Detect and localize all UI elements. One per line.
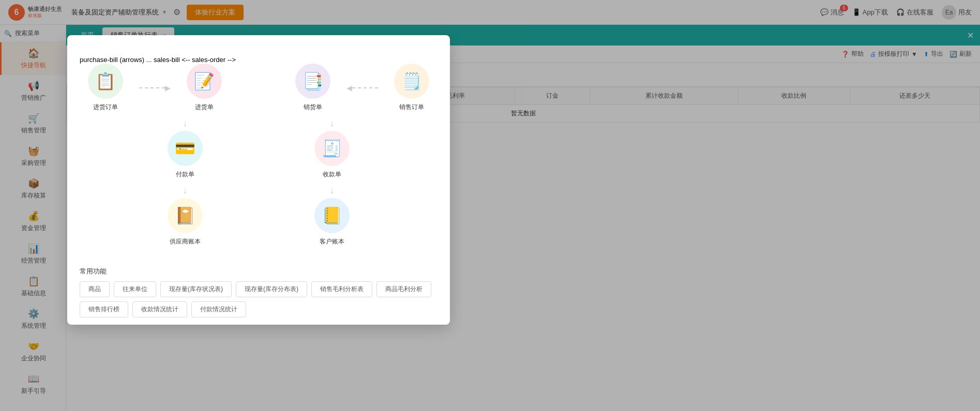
flow-modal: purchase-bill (arrows) ... sales-bill <-… bbox=[67, 35, 450, 325]
func-btn-sales-gross[interactable]: 销售毛利分析表 bbox=[311, 281, 372, 297]
func-btn-sales-ranking[interactable]: 销售排行榜 bbox=[80, 301, 128, 317]
func-btn-inventory-dist[interactable]: 现存量(库存分布表) bbox=[236, 281, 307, 297]
modal-overlay[interactable]: purchase-bill (arrows) ... sales-bill <-… bbox=[0, 0, 980, 411]
supplier-ledger-icon: 📔 bbox=[168, 198, 203, 233]
arrow-so-to-sb: ◀ bbox=[346, 84, 378, 92]
receipt-icon: 🧾 bbox=[314, 131, 350, 166]
flow-node-payment[interactable]: 💳 付款单 bbox=[168, 131, 203, 179]
customer-ledger-icon: 📒 bbox=[314, 198, 350, 233]
arrow-pb-down: ↓ bbox=[168, 118, 203, 129]
func-btn-inventory-status[interactable]: 现存量(库存状况表) bbox=[160, 281, 232, 297]
func-buttons-container2: 销售排行榜 收款情况统计 付款情况统计 bbox=[80, 301, 438, 317]
flow-node-supplier-ledger[interactable]: 📔 供应商账本 bbox=[168, 198, 203, 246]
common-functions: 常用功能 商品 往来单位 现存量(库存状况表) 现存量(库存分布表) 销售毛利分… bbox=[80, 267, 438, 317]
arrow-sb-down: ↓ bbox=[314, 118, 350, 129]
flow-node-customer-ledger[interactable]: 📒 客户账本 bbox=[314, 198, 350, 246]
sales-bill-icon: 📑 bbox=[295, 64, 330, 99]
func-btn-product-gross[interactable]: 商品毛利分析 bbox=[376, 281, 431, 297]
func-btn-receipt-stats[interactable]: 收款情况统计 bbox=[132, 301, 187, 317]
purchase-order-icon: 📋 bbox=[88, 64, 123, 99]
purchase-bill-icon: 📝 bbox=[187, 64, 222, 99]
payment-icon: 💳 bbox=[168, 131, 203, 166]
arrow-po-to-pb: ▶ bbox=[139, 84, 171, 92]
func-buttons-container: 商品 往来单位 现存量(库存状况表) 现存量(库存分布表) 销售毛利分析表 商品… bbox=[80, 281, 438, 297]
func-btn-counterpart[interactable]: 往来单位 bbox=[114, 281, 156, 297]
flow-node-sales-bill[interactable]: 📑 销货单 bbox=[295, 64, 330, 112]
flow-node-receipt[interactable]: 🧾 收款单 bbox=[314, 131, 350, 179]
func-btn-product[interactable]: 商品 bbox=[80, 281, 110, 297]
flow-node-sales-order[interactable]: 🗒️ 销售订单 bbox=[394, 64, 429, 112]
sales-order-icon: 🗒️ bbox=[394, 64, 429, 99]
flow-node-purchase-bill[interactable]: 📝 进货单 bbox=[187, 64, 222, 112]
arrow-pay-down: ↓ bbox=[168, 185, 203, 196]
func-btn-payment-stats[interactable]: 付款情况统计 bbox=[191, 301, 246, 317]
common-functions-title: 常用功能 bbox=[80, 267, 438, 276]
flow-diagram: purchase-bill (arrows) ... sales-bill <-… bbox=[80, 48, 438, 263]
flow-node-purchase-order[interactable]: 📋 进货订单 bbox=[88, 64, 123, 112]
arrow-rec-down: ↓ bbox=[314, 185, 350, 196]
